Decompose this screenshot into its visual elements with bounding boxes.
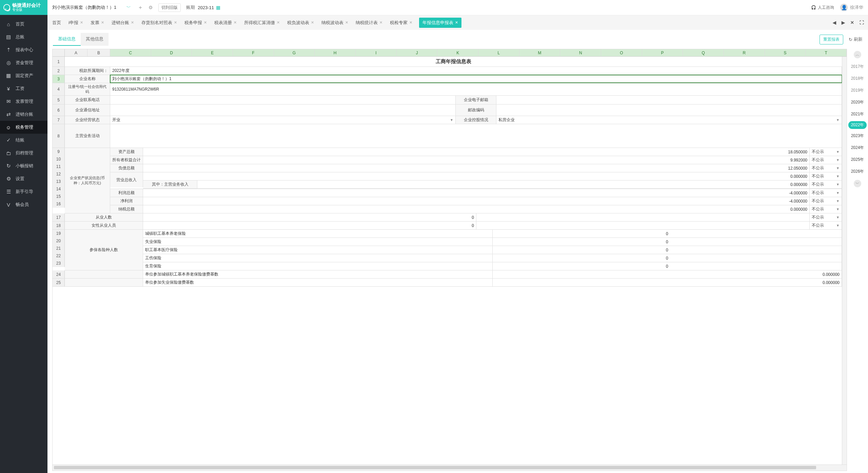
- user-menu[interactable]: 👤 徐泽华: [840, 4, 863, 11]
- sidebar-item[interactable]: ☺税务管理: [0, 121, 47, 134]
- main-biz-value[interactable]: [110, 124, 842, 148]
- tab[interactable]: 税务申报✕: [184, 18, 208, 27]
- ins-value[interactable]: 0: [493, 254, 842, 262]
- year-item[interactable]: 2021年: [851, 109, 864, 119]
- column-header[interactable]: S: [765, 49, 806, 56]
- ins-value[interactable]: 0: [493, 230, 842, 238]
- row-number[interactable]: 20: [53, 237, 65, 245]
- chevron-down-icon[interactable]: ﹀: [126, 4, 131, 11]
- vertical-scrollbar[interactable]: [842, 57, 847, 465]
- year-item[interactable]: 2026年: [851, 167, 864, 176]
- fin-value[interactable]: 0.000000: [143, 205, 810, 213]
- sidebar-item[interactable]: ⚙设置: [0, 172, 47, 185]
- tab-prev-button[interactable]: ◀: [833, 20, 836, 25]
- column-header[interactable]: N: [560, 49, 601, 56]
- tab[interactable]: 所得税汇算清缴✕: [243, 18, 280, 27]
- sheet-tab[interactable]: 基础信息: [53, 33, 81, 46]
- row-number[interactable]: 14: [53, 185, 65, 193]
- close-icon[interactable]: ✕: [131, 20, 134, 25]
- tab[interactable]: 税表清册✕: [214, 18, 237, 27]
- sidebar-item[interactable]: ✓结账: [0, 134, 47, 147]
- refresh-button[interactable]: ↻ 刷新: [849, 36, 863, 42]
- year-item[interactable]: 2020年: [851, 97, 864, 107]
- postcode-value[interactable]: [496, 105, 842, 116]
- year-down-button[interactable]: ﹀: [854, 180, 861, 187]
- year-item[interactable]: 2022年: [848, 121, 867, 129]
- column-header[interactable]: O: [601, 49, 642, 56]
- row-number[interactable]: 18: [53, 222, 65, 229]
- column-header[interactable]: F: [233, 49, 274, 56]
- ins-value[interactable]: 0: [493, 238, 842, 246]
- sidebar-item[interactable]: ▦固定资产: [0, 69, 47, 82]
- pub-dropdown[interactable]: 不公示▼: [810, 189, 842, 197]
- email-value[interactable]: [496, 96, 842, 104]
- female-pub-dropdown[interactable]: 不公示▼: [810, 222, 842, 229]
- close-icon[interactable]: ✕: [379, 20, 382, 25]
- column-header[interactable]: M: [519, 49, 560, 56]
- status-dropdown[interactable]: 开业▼: [110, 116, 456, 124]
- sidebar-item[interactable]: ☰新手引导: [0, 185, 47, 198]
- tab[interactable]: 年报信息申报表✕: [419, 18, 461, 28]
- column-header[interactable]: B: [87, 49, 110, 56]
- close-icon[interactable]: ✕: [455, 20, 458, 25]
- company-value-cell[interactable]: 刘小艳演示账套（勿删勿动！）1: [110, 75, 842, 83]
- year-item[interactable]: 2025年: [851, 155, 864, 165]
- tab[interactable]: 税检专家✕: [389, 18, 413, 27]
- ins-value[interactable]: 0: [493, 246, 842, 254]
- row-number[interactable]: 9: [53, 148, 65, 155]
- close-icon[interactable]: ✕: [101, 20, 104, 25]
- row-number[interactable]: 5: [53, 96, 65, 104]
- employees-pub-dropdown[interactable]: 不公示▼: [810, 213, 842, 221]
- close-icon[interactable]: ✕: [409, 20, 412, 25]
- row-number[interactable]: 6: [53, 105, 65, 116]
- close-icon[interactable]: ✕: [345, 20, 348, 25]
- fin-value[interactable]: 18.050000: [143, 148, 810, 156]
- settings-icon[interactable]: ⚙: [149, 5, 153, 10]
- column-header[interactable]: A: [65, 49, 87, 56]
- sidebar-item[interactable]: ✉发票管理: [0, 95, 47, 108]
- sheet-tab[interactable]: 其他信息: [81, 33, 108, 46]
- row-number[interactable]: 11: [53, 163, 65, 170]
- sidebar-item[interactable]: ⌂首页: [0, 18, 47, 31]
- close-icon[interactable]: ✕: [174, 20, 177, 25]
- column-header[interactable]: G: [274, 49, 315, 56]
- account-selector[interactable]: 刘小艳演示账套（勿删勿动！）1: [52, 4, 116, 11]
- reg-value[interactable]: 91320811MA7NGR2W6R: [110, 83, 842, 95]
- row-number[interactable]: 8: [53, 124, 65, 148]
- consult-button[interactable]: 🎧 人工咨询: [811, 5, 834, 11]
- row-number[interactable]: 25: [53, 279, 65, 286]
- row-number[interactable]: 7: [53, 116, 65, 124]
- column-header[interactable]: T: [806, 49, 847, 56]
- base-value[interactable]: 0.000000: [493, 279, 842, 286]
- row-number[interactable]: 1: [53, 57, 65, 67]
- row-number[interactable]: 19: [53, 230, 65, 237]
- switch-old-version-button[interactable]: 切到旧版: [158, 3, 181, 12]
- row-number[interactable]: 12: [53, 170, 65, 178]
- tab[interactable]: 首页: [52, 18, 62, 27]
- column-header[interactable]: P: [642, 49, 683, 56]
- holding-dropdown[interactable]: 私营企业▼: [496, 116, 842, 124]
- close-icon[interactable]: ✕: [277, 20, 280, 25]
- row-number[interactable]: 23: [53, 260, 65, 267]
- pub-dropdown[interactable]: 不公示▼: [810, 205, 842, 213]
- pub-dropdown[interactable]: 不公示▼: [810, 148, 842, 156]
- select-all-corner[interactable]: [53, 49, 65, 56]
- year-item[interactable]: 2023年: [851, 131, 864, 141]
- close-icon[interactable]: ✕: [234, 20, 237, 25]
- close-icon[interactable]: ✕: [204, 20, 207, 25]
- column-header[interactable]: L: [478, 49, 519, 56]
- row-number[interactable]: 22: [53, 252, 65, 260]
- column-header[interactable]: D: [151, 49, 192, 56]
- row-number[interactable]: 2: [53, 67, 65, 75]
- phone-value[interactable]: [110, 96, 456, 104]
- tab-close-all-button[interactable]: ✕: [850, 20, 854, 25]
- fin-value[interactable]: 12.050000: [143, 164, 810, 172]
- column-header[interactable]: H: [315, 49, 356, 56]
- sidebar-item[interactable]: V畅会员: [0, 198, 47, 211]
- pub-dropdown[interactable]: 不公示▼: [810, 164, 842, 172]
- period-value[interactable]: 2023-11: [198, 5, 214, 10]
- addr-value[interactable]: [110, 105, 456, 116]
- fin-value[interactable]: 9.992000: [143, 156, 810, 164]
- sub-rev-value[interactable]: 0.000000: [197, 181, 810, 188]
- column-header[interactable]: Q: [683, 49, 724, 56]
